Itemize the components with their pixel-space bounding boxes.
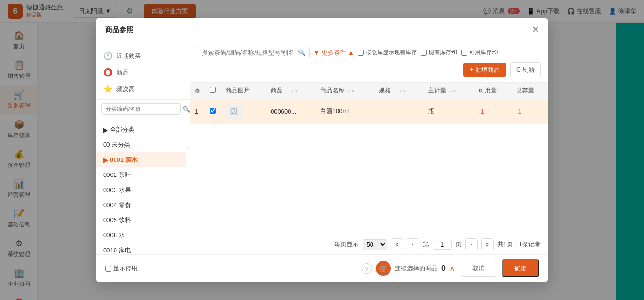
code-sort-icon[interactable]: ▲▼	[291, 89, 298, 93]
settings-col-header: ⚙	[190, 83, 205, 99]
prev-page-button[interactable]: ‹	[407, 238, 419, 250]
cart-label: 连续选择的商品	[395, 264, 438, 273]
page-size-select[interactable]: 50 10 20 100	[363, 239, 387, 250]
category-item-00[interactable]: 00 未分类	[96, 137, 190, 152]
overlay: 商品参照 ✕ 🕐 近期购买 ⭕ 新品 ⭐ 频次高	[0, 0, 644, 300]
product-search-input[interactable]	[202, 49, 296, 56]
current-stock-checkbox[interactable]	[421, 50, 427, 56]
dialog-header: 商品参照 ✕	[96, 18, 548, 42]
warehouse-filter: 按仓库显示现有库存	[358, 49, 417, 57]
name-col-header: 商品名称 ▲▼	[315, 83, 374, 99]
dialog-right-panel: 🔍 ▼ 更多条件 ▲ 按仓库显示现有库存 现有库存≠0	[190, 42, 548, 254]
category-search-box: 🔍	[96, 99, 190, 118]
category-label-0010: 0010 家电	[103, 246, 131, 254]
category-item-0003[interactable]: 0003 水果	[96, 183, 190, 198]
filter-collapse-icon: ▲	[348, 49, 354, 56]
add-product-button[interactable]: + 新增商品	[463, 63, 506, 77]
cart-icon: 🛒	[376, 261, 391, 276]
cancel-button[interactable]: 取消	[461, 260, 496, 277]
first-page-button[interactable]: «	[391, 238, 403, 250]
show-disabled-label: 显示停用	[113, 264, 138, 273]
category-item-all[interactable]: ▶ 全部分类	[96, 122, 190, 137]
category-item-0005[interactable]: 0005 饮料	[96, 213, 190, 228]
help-icon[interactable]: ?	[362, 263, 372, 274]
category-item-0001[interactable]: ▶ 0001 酒水	[96, 152, 190, 167]
quick-label-recent: 近期购买	[116, 52, 141, 60]
category-search-input[interactable]	[101, 103, 181, 115]
show-disabled-area: 显示停用	[105, 264, 138, 273]
current-stock-filter: 现有库存≠0	[421, 49, 457, 57]
product-search-box: 🔍	[198, 47, 310, 58]
warehouse-checkbox[interactable]	[358, 50, 364, 56]
row-unit: 瓶	[423, 99, 474, 124]
spec-col-header: 规格... ▲▼	[374, 83, 423, 99]
page-number-input[interactable]	[433, 240, 452, 250]
dialog-title: 商品参照	[105, 25, 133, 34]
arrow-0001-icon: ▶	[103, 157, 108, 164]
cart-collapse-icon[interactable]: ∧	[449, 264, 455, 273]
code-col-header: 商品... ▲▼	[266, 83, 315, 99]
dialog-close-button[interactable]: ✕	[532, 25, 539, 35]
category-item-0002[interactable]: 0002 茶叶	[96, 167, 190, 183]
total-label: 共1页，1条记录	[497, 240, 541, 249]
filter-label: 更多条件	[322, 49, 346, 57]
name-sort-icon[interactable]: ▲▼	[347, 89, 355, 93]
table-header-row: ⚙ 商品图片 商品... ▲▼	[190, 83, 548, 99]
table-settings-icon[interactable]: ⚙	[195, 87, 200, 94]
frequent-icon: ⭐	[103, 84, 113, 93]
row-name: 白酒100ml	[315, 99, 374, 124]
available-stock-filter: 可用库存≠0	[461, 49, 498, 57]
current-stock-label: 现有库存≠0	[429, 49, 457, 57]
last-page-button[interactable]: »	[481, 238, 494, 250]
cart-area: ? 🛒 连续选择的商品 0 ∧	[362, 261, 455, 276]
row-spec	[374, 99, 423, 124]
row-code: 000600...	[266, 99, 315, 124]
category-label-0005: 0005 饮料	[103, 216, 131, 225]
dialog-toolbar: 🔍 ▼ 更多条件 ▲ 按仓库显示现有库存 现有库存≠0	[190, 42, 548, 83]
category-search-icon[interactable]: 🔍	[182, 106, 190, 113]
spec-sort-icon[interactable]: ▲▼	[399, 89, 406, 93]
quick-item-recent[interactable]: 🕐 近期购买	[96, 48, 190, 64]
warehouse-label: 按仓库显示现有库存	[366, 49, 417, 57]
category-label-0004: 0004 零食	[103, 201, 131, 209]
table-row[interactable]: 1 🖼 000600... 白酒100ml 瓶	[190, 99, 548, 124]
checkbox-col-header	[205, 83, 221, 99]
category-label-0001: 0001 酒水	[110, 156, 138, 164]
available-stock-checkbox[interactable]	[461, 50, 467, 56]
new-icon: ⭕	[103, 68, 113, 77]
quick-item-new[interactable]: ⭕ 新品	[96, 64, 190, 81]
row-stock: -1	[511, 99, 548, 124]
collapse-left-panel-button[interactable]: 《	[186, 148, 190, 167]
next-page-button[interactable]: ›	[465, 238, 478, 250]
quick-item-frequent[interactable]: ⭐ 频次高	[96, 81, 190, 97]
category-label-00: 00 未分类	[103, 141, 130, 149]
category-label-0002: 0002 茶叶	[103, 171, 131, 179]
arrow-icon: ▶	[103, 126, 108, 133]
category-item-0004[interactable]: 0004 零食	[96, 198, 190, 213]
img-col-header: 商品图片	[221, 83, 266, 99]
select-all-checkbox[interactable]	[210, 87, 216, 93]
stock-col-header: 现存量	[511, 83, 548, 99]
category-label-0003: 0003 水果	[103, 186, 131, 194]
refresh-button[interactable]: C 刷新	[510, 62, 541, 77]
quick-label-frequent: 频次高	[116, 85, 135, 93]
available-stock-label: 可用库存≠0	[469, 49, 498, 57]
category-item-0010[interactable]: 0010 家电	[96, 243, 190, 254]
unit-sort-icon[interactable]: ▲▼	[449, 89, 457, 93]
quick-label-new: 新品	[116, 68, 129, 77]
row-num: 1	[190, 99, 205, 124]
row-select-checkbox[interactable]	[210, 108, 216, 114]
category-item-0008[interactable]: 0008 水	[96, 228, 190, 243]
row-img: 🖼	[221, 99, 266, 124]
confirm-button[interactable]: 确定	[502, 259, 539, 277]
product-table: ⚙ 商品图片 商品... ▲▼	[190, 83, 548, 234]
product-search-icon[interactable]: 🔍	[298, 49, 305, 56]
page-label: 第	[423, 240, 429, 249]
row-checkbox	[205, 99, 221, 124]
cart-count: 0	[441, 264, 446, 273]
more-filters-button[interactable]: ▼ 更多条件 ▲	[314, 49, 354, 57]
pagination: 每页显示 50 10 20 100 « ‹ 第 页 › » 共1页，1条记录	[190, 234, 548, 254]
dialog-body: 🕐 近期购买 ⭕ 新品 ⭐ 频次高 《 🔍	[96, 42, 548, 254]
show-disabled-checkbox[interactable]	[105, 266, 111, 272]
dialog-footer: 显示停用 ? 🛒 连续选择的商品 0 ∧ 取消 确定	[96, 254, 548, 282]
